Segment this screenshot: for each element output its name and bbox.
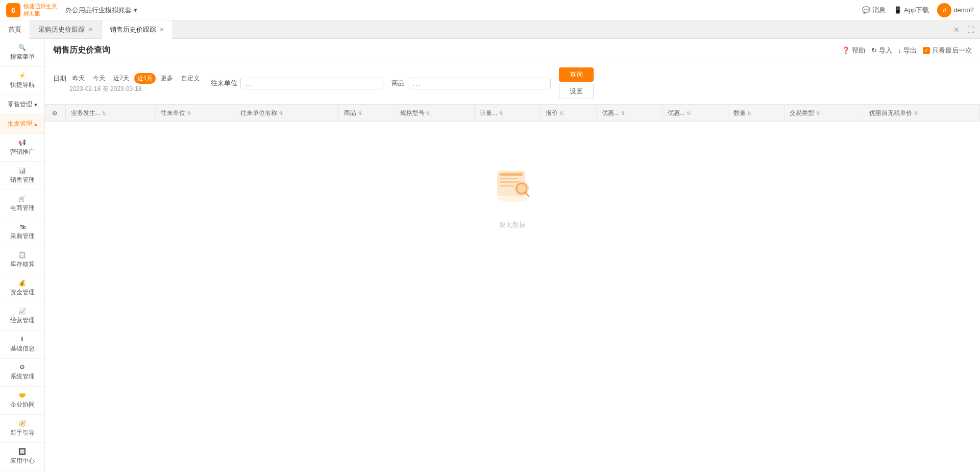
avatar: d [937, 3, 951, 17]
sort-icon-partner-name: ⇅ [279, 110, 283, 116]
table-col-gear[interactable]: ⚙ [45, 105, 65, 122]
tab-close-sales[interactable]: ✕ [159, 26, 164, 33]
user-action[interactable]: d demo2 [937, 3, 974, 17]
date-btn-today[interactable]: 今天 [90, 73, 108, 84]
svg-rect-4 [500, 181, 519, 183]
topbar-right: 💬 消息 📱 App下载 d demo2 [862, 3, 974, 17]
table-col-spec[interactable]: 规格型号 ⇅ [395, 105, 474, 122]
sidebar-item-quick-nav[interactable]: ⚡ 快捷导航 [0, 67, 44, 95]
sort-icon-discount2: ⇅ [687, 110, 691, 116]
app-selector[interactable]: 办公用品行业模拟账套 ▾ [61, 4, 141, 17]
empty-text: 暂无数据 [499, 220, 526, 229]
maximize-window-icon[interactable]: ⛶ [966, 25, 976, 35]
tab-home[interactable]: 首页 [0, 20, 30, 39]
ecommerce-icon: 🛒 [18, 195, 26, 202]
operations-icon: 📈 [18, 308, 26, 315]
goods-input[interactable]: ... [408, 78, 551, 89]
empty-illustration [487, 163, 538, 214]
sidebar-item-marketing[interactable]: 📢 营销推广 [0, 134, 44, 162]
logo-icon: 6 [6, 3, 20, 17]
table-col-date[interactable]: 业务发生... ⇅ [65, 105, 155, 122]
table-col-discount1[interactable]: 优惠... ⇅ [596, 105, 662, 122]
empty-state: 暂无数据 [45, 122, 980, 270]
collab-icon: 🤝 [18, 392, 26, 399]
page-title-row: 销售历史价查询 ❓ 帮助 ↻ 导入 ↓ 导出 ✓ [53, 45, 972, 56]
table-col-goods[interactable]: 商品 ⇅ [339, 105, 395, 122]
chevron-up-icon: ▴ [34, 121, 37, 128]
date-btn-yesterday[interactable]: 昨天 [69, 73, 88, 84]
table-col-price[interactable]: 报价 ⇅ [541, 105, 597, 122]
table-col-pretax-price[interactable]: 优惠前无税单价 ⇅ [864, 105, 980, 122]
date-range: 2023-02-18 至 2023-03-18 [69, 85, 203, 93]
sort-icon-partner: ⇅ [187, 110, 191, 116]
logo-area: 6 畅捷通好生意 标准版 [6, 3, 57, 17]
table-col-partner-name[interactable]: 往来单位名称 ⇅ [235, 105, 338, 122]
inventory-icon: 📋 [18, 251, 26, 258]
sort-icon-unit: ⇅ [499, 110, 503, 116]
sidebar-item-wholesale[interactable]: 批发管理 ▴ [0, 114, 44, 134]
table-col-trade-type[interactable]: 交易类型 ⇅ [784, 105, 864, 122]
only-last-once[interactable]: ✓ 只看最后一次 [923, 46, 972, 55]
finance-icon: 💰 [18, 279, 26, 287]
table-col-qty[interactable]: 数量 ⇅ [728, 105, 785, 122]
sort-icon-qty: ⇅ [747, 110, 751, 116]
sidebar-item-basic-info[interactable]: ℹ 基础信息 [0, 331, 44, 359]
export-action[interactable]: ↓ 导出 [898, 46, 917, 55]
tab-sales-history[interactable]: 销售历史价跟踪 ✕ [102, 20, 173, 39]
topbar-left: 6 畅捷通好生意 标准版 办公用品行业模拟账套 ▾ [6, 3, 141, 17]
tab-close-purchase[interactable]: ✕ [88, 26, 93, 33]
chevron-down-icon: ▾ [134, 6, 137, 14]
data-table: ⚙ 业务发生... ⇅ 往来单位 ⇅ [45, 105, 980, 122]
quick-nav-icon: ⚡ [18, 72, 26, 79]
filter-goods: 商品 ... [391, 78, 551, 89]
checkbox-checked-icon: ✓ [923, 47, 930, 54]
date-btn-more[interactable]: 更多 [158, 73, 176, 84]
sales-icon: 📊 [18, 167, 26, 174]
import-action[interactable]: ↻ 导入 [871, 46, 892, 55]
page-actions: ❓ 帮助 ↻ 导入 ↓ 导出 ✓ 只看最后一次 [842, 46, 972, 55]
date-btn-1month[interactable]: 近1月 [134, 73, 156, 84]
table-header-row: ⚙ 业务发生... ⇅ 往来单位 ⇅ [45, 105, 980, 122]
table-col-unit[interactable]: 计量... ⇅ [475, 105, 541, 122]
logo-text: 畅捷通好生意 标准版 [23, 3, 57, 16]
sidebar-item-enterprise-collab[interactable]: 🤝 企业协同 [0, 387, 44, 415]
page-header: 销售历史价查询 ❓ 帮助 ↻ 导入 ↓ 导出 ✓ [45, 39, 980, 62]
svg-rect-2 [500, 173, 523, 176]
date-btn-7days[interactable]: 近7天 [110, 73, 132, 84]
svg-rect-5 [500, 185, 514, 186]
gear-cell: ⚙ [50, 110, 60, 117]
tab-purchase-history[interactable]: 采购历史价跟踪 ✕ [30, 20, 102, 39]
sidebar-item-app-center[interactable]: 🔲 应用中心 [0, 443, 44, 471]
date-btn-custom[interactable]: 自定义 [178, 73, 203, 84]
close-window-icon[interactable]: ✕ [951, 25, 962, 35]
sidebar-item-purchase[interactable]: 🛍 采购管理 [0, 218, 44, 246]
download-icon: 📱 [894, 6, 902, 14]
beginner-icon: 🧭 [18, 420, 26, 427]
partner-input[interactable]: ... [240, 78, 383, 89]
date-buttons: 昨天 今天 近7天 近1月 更多 自定义 [69, 73, 203, 84]
table-col-discount2[interactable]: 优惠... ⇅ [663, 105, 728, 122]
sidebar-item-finance[interactable]: 💰 资金管理 [0, 274, 44, 302]
sort-icon-price: ⇅ [559, 110, 564, 116]
marketing-icon: 📢 [18, 139, 26, 146]
sort-icon-pretax-price: ⇅ [914, 110, 918, 116]
settings-button[interactable]: 设置 [559, 84, 594, 99]
sidebar-item-inventory[interactable]: 📋 库存核算 [0, 246, 44, 274]
sidebar-item-retail[interactable]: 零售管理 ▾ [0, 95, 44, 114]
svg-rect-3 [500, 178, 518, 179]
query-button[interactable]: 查询 [559, 67, 594, 82]
sidebar-item-beginner[interactable]: 🧭 新手引导 [0, 415, 44, 443]
download-action[interactable]: 📱 App下载 [894, 6, 929, 15]
help-action[interactable]: ❓ 帮助 [842, 46, 865, 55]
table-col-partner[interactable]: 往来单位 ⇅ [155, 105, 235, 122]
date-value-group: 昨天 今天 近7天 近1月 更多 自定义 2023-02-18 至 2023-0… [69, 73, 203, 93]
action-buttons: 查询 设置 [559, 67, 594, 99]
sidebar-item-system[interactable]: ⚙ 系统管理 [0, 359, 44, 387]
sidebar-item-ecommerce[interactable]: 🛒 电商管理 [0, 190, 44, 218]
sidebar-item-sales[interactable]: 📊 销售管理 [0, 162, 44, 190]
message-action[interactable]: 💬 消息 [862, 6, 886, 15]
filter-date: 日期 昨天 今天 近7天 近1月 更多 自定义 2023-02-18 至 202… [53, 73, 203, 93]
sidebar-item-search[interactable]: 🔍 搜索菜单 [0, 39, 44, 67]
filter-area: 日期 昨天 今天 近7天 近1月 更多 自定义 2023-02-18 至 202… [45, 62, 980, 105]
sidebar-item-operations[interactable]: 📈 经营管理 [0, 302, 44, 331]
